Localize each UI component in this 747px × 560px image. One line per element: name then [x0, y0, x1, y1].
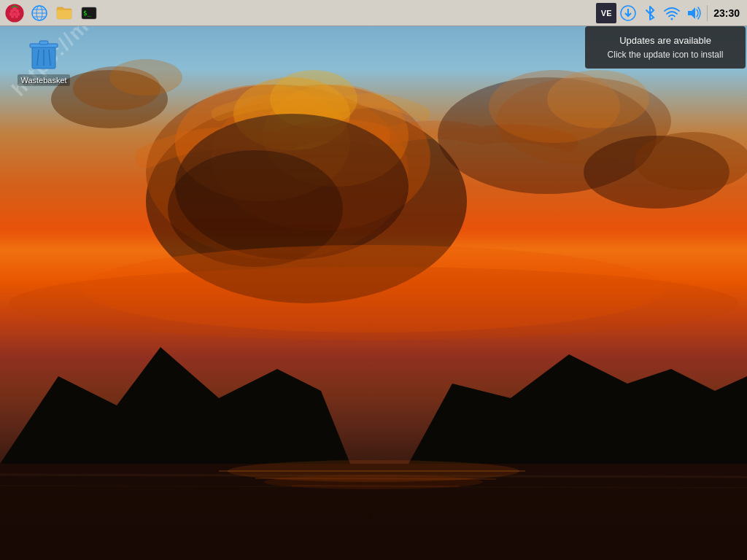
- download-icon: [620, 5, 636, 21]
- terminal-button[interactable]: $_: [77, 3, 101, 23]
- taskbar: $_ VE: [0, 0, 747, 26]
- wifi-icon[interactable]: [662, 3, 682, 23]
- volume-icon[interactable]: [684, 3, 704, 23]
- svg-point-21: [671, 18, 673, 20]
- system-tray: VE: [592, 0, 747, 26]
- taskbar-left: $_: [0, 0, 104, 26]
- wastebasket-image: [26, 36, 61, 71]
- desktop-background: https://microdigisoft.com - 23:33: [0, 26, 747, 560]
- svg-point-48: [264, 475, 483, 489]
- update-notification-line1: Updates are available: [595, 34, 735, 48]
- globe-icon: [31, 4, 48, 22]
- svg-line-50: [255, 478, 496, 479]
- files-button[interactable]: [53, 3, 76, 23]
- svg-rect-57: [39, 41, 48, 44]
- svg-point-3: [15, 9, 19, 12]
- update-notification-line2: Click the update icon to install: [595, 48, 735, 61]
- wastebasket-label: Wastebasket: [18, 74, 69, 86]
- rpi-icon: [4, 3, 25, 23]
- svg-point-42: [635, 132, 747, 190]
- svg-point-35: [547, 70, 649, 128]
- wastebasket-icon[interactable]: Wastebasket: [15, 36, 73, 86]
- svg-marker-22: [688, 7, 695, 19]
- terminal-icon: $_: [80, 4, 98, 22]
- scene-overlay: [0, 26, 747, 560]
- bluetooth-icon[interactable]: [640, 3, 660, 23]
- ve-icon[interactable]: VE: [596, 3, 616, 23]
- bluetooth-symbol: [643, 5, 657, 21]
- svg-point-37: [9, 267, 738, 340]
- svg-text:$_: $_: [83, 9, 91, 17]
- svg-point-7: [11, 15, 14, 18]
- trash-icon: [28, 36, 60, 71]
- rpi-menu-button[interactable]: [3, 3, 26, 23]
- update-notification[interactable]: Updates are available Click the update i…: [585, 26, 746, 69]
- svg-point-2: [10, 9, 14, 12]
- svg-line-51: [292, 486, 460, 486]
- volume-symbol: [686, 5, 702, 21]
- folder-icon: [55, 4, 73, 22]
- updater-icon[interactable]: [618, 3, 638, 23]
- clock-display: 23:30: [711, 7, 743, 19]
- svg-point-8: [15, 15, 18, 18]
- tray-separator: [707, 5, 708, 21]
- browser-button[interactable]: [28, 3, 51, 23]
- svg-point-40: [109, 59, 182, 96]
- wifi-symbol: [664, 6, 680, 20]
